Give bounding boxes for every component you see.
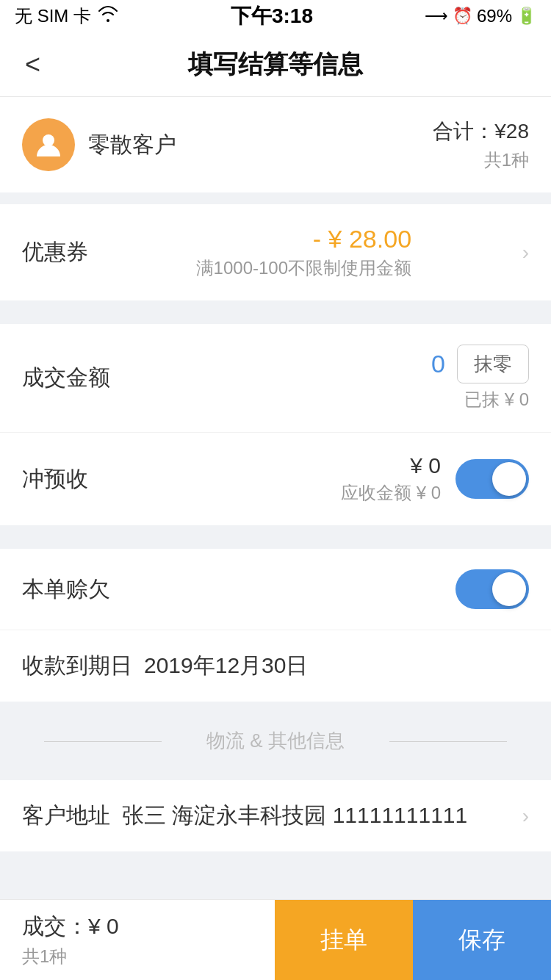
- toggle-knob: [492, 462, 526, 496]
- nav-bar: < 填写结算等信息: [0, 32, 551, 97]
- prepay-values: ¥ 0 应收金额 ¥ 0: [341, 453, 441, 505]
- save-button[interactable]: 保存: [413, 900, 551, 981]
- no-sim-text: 无 SIM 卡: [15, 4, 91, 28]
- bottom-summary: 成交：¥ 0 共1种: [0, 912, 275, 968]
- address-value: 张三 海淀永丰科技园 11111111111: [122, 801, 519, 831]
- credit-label: 本单赊欠: [22, 574, 110, 605]
- customer-left: 零散客户: [22, 118, 176, 171]
- coupon-discount: - ¥ 28.00: [196, 225, 411, 253]
- customer-row: 零散客户 合计：¥28 共1种: [0, 97, 551, 192]
- coupon-label: 优惠券: [22, 237, 88, 267]
- bottom-bar: 成交：¥ 0 共1种 挂单 保存: [0, 899, 551, 980]
- page-title: 填写结算等信息: [188, 48, 363, 82]
- deal-amount: ¥ 0: [88, 914, 119, 938]
- battery-icon: 🔋: [516, 7, 536, 26]
- svg-point-0: [43, 134, 54, 146]
- prepay-label: 冲预收: [22, 464, 88, 494]
- credit-toggle-knob: [492, 572, 526, 606]
- address-label: 客户地址: [22, 801, 110, 831]
- customer-name: 零散客户: [88, 130, 176, 160]
- status-time: 下午3:18: [231, 2, 313, 30]
- customer-summary: 合计：¥28 共1种: [433, 118, 529, 172]
- credit-section: 本单赊欠 收款到期日 2019年12月30日: [0, 549, 551, 702]
- transaction-value[interactable]: 0: [431, 350, 445, 378]
- deducted-label: 已抹 ¥ 0: [464, 388, 529, 411]
- round-button[interactable]: 抹零: [457, 345, 529, 383]
- separator-3: [0, 702, 551, 713]
- bottom-deal: 成交：¥ 0: [22, 912, 253, 942]
- coupon-description: 满1000-100不限制使用金额: [196, 256, 411, 280]
- address-chevron-icon: ›: [522, 804, 529, 828]
- logistics-divider: 物流 & 其他信息: [0, 713, 551, 768]
- prepay-sub: 应收金额 ¥ 0: [341, 481, 441, 505]
- credit-row: 本单赊欠: [0, 549, 551, 630]
- separator-1: [0, 312, 551, 324]
- due-date-label: 收款到期日: [22, 651, 132, 681]
- status-left: 无 SIM 卡: [15, 4, 119, 28]
- alarm-icon: ⏰: [453, 7, 472, 26]
- prepay-amount: ¥ 0: [341, 453, 441, 478]
- content: 零散客户 合计：¥28 共1种 优惠券 - ¥ 28.00 满1000-100不…: [0, 97, 551, 959]
- total-amount: 合计：¥28: [433, 118, 529, 145]
- chevron-right-icon: ›: [522, 241, 529, 264]
- total-count: 共1种: [433, 148, 529, 172]
- status-bar: 无 SIM 卡 下午3:18 ⟶ ⏰ 69% 🔋: [0, 0, 551, 32]
- wifi-icon: [97, 6, 119, 26]
- address-row[interactable]: 客户地址 张三 海淀永丰科技园 11111111111 ›: [0, 780, 551, 851]
- transaction-label: 成交金额: [22, 363, 110, 393]
- battery-text: 69%: [477, 6, 512, 26]
- separator-4: [0, 768, 551, 780]
- credit-toggle[interactable]: [455, 569, 529, 609]
- deal-prefix: 成交：: [22, 914, 88, 938]
- due-date-value[interactable]: 2019年12月30日: [144, 651, 308, 681]
- prepay-toggle[interactable]: [455, 459, 529, 499]
- logistics-label: 物流 & 其他信息: [206, 729, 345, 752]
- address-right: ›: [519, 804, 529, 828]
- hold-button[interactable]: 挂单: [275, 900, 413, 981]
- avatar: [22, 118, 75, 171]
- prepay-row: 冲预收 ¥ 0 应收金额 ¥ 0: [0, 433, 551, 525]
- bottom-count: 共1种: [22, 945, 253, 968]
- transaction-section: 成交金额 0 抹零 已抹 ¥ 0 冲预收 ¥ 0 应收金额 ¥ 0: [0, 324, 551, 525]
- back-button[interactable]: <: [18, 42, 48, 87]
- amount-input-area: 0 抹零: [431, 345, 529, 383]
- location-icon: ⟶: [425, 7, 448, 26]
- due-date-row: 收款到期日 2019年12月30日: [0, 630, 551, 702]
- separator-2: [0, 537, 551, 549]
- coupon-right: - ¥ 28.00 满1000-100不限制使用金额: [196, 225, 411, 280]
- prepay-right: ¥ 0 应收金额 ¥ 0: [341, 453, 529, 505]
- status-right: ⟶ ⏰ 69% 🔋: [425, 6, 536, 26]
- transaction-row: 成交金额 0 抹零 已抹 ¥ 0: [0, 324, 551, 433]
- coupon-row[interactable]: 优惠券 - ¥ 28.00 满1000-100不限制使用金额 ›: [0, 204, 551, 300]
